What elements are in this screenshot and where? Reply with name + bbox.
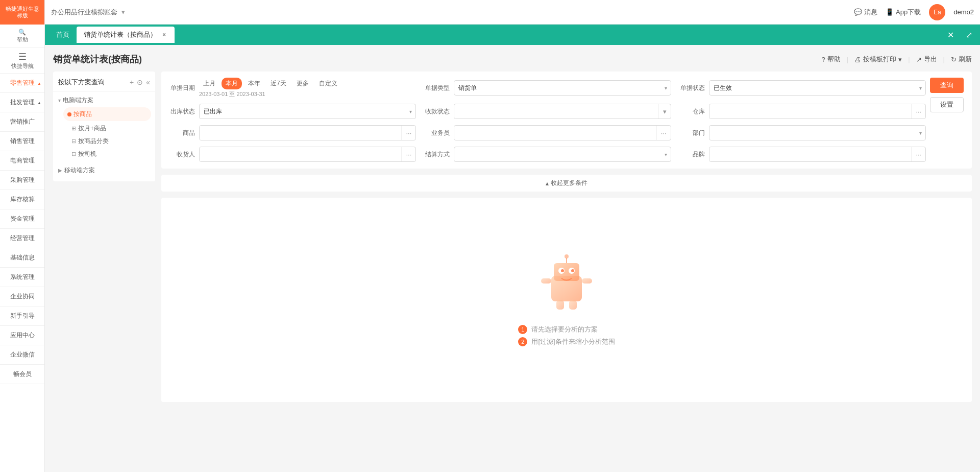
avatar[interactable]: Ea — [929, 4, 945, 20]
message-button[interactable]: 💬 消息 — [854, 8, 877, 17]
refresh-label: 刷新 — [959, 55, 972, 64]
window-maximize-button[interactable]: ⤢ — [962, 28, 976, 42]
sidebar-item-system[interactable]: 系统管理 — [0, 268, 44, 287]
sidebar-item-wechat[interactable]: 企业微信 — [0, 345, 44, 365]
sidebar-search[interactable]: 🔍 帮助 — [0, 25, 44, 48]
apps-label: 应用中心 — [10, 331, 35, 340]
print-button[interactable]: 🖨 按模板打印 ▾ — [854, 55, 902, 64]
search-icon: 🔍 — [3, 29, 41, 36]
mobile-group-arrow: ▶ — [58, 168, 62, 173]
sidebar-item-members[interactable]: 畅会员 — [0, 365, 44, 384]
refresh-button[interactable]: ↻ 刷新 — [951, 55, 972, 64]
date-tab-thismonth[interactable]: 本月 — [222, 78, 242, 89]
department-select[interactable] — [709, 125, 926, 140]
sidebar-item-newbie[interactable]: 新手引导 — [0, 306, 44, 326]
sidebar-item-retail[interactable]: 零售管理 — [0, 74, 44, 93]
filter-staff: 业务员 ··· — [424, 125, 671, 141]
scheme-item-by-goods[interactable]: 按商品 — [63, 107, 151, 121]
tab-home[interactable]: 首页 — [49, 27, 77, 43]
brand-label: 品牌 — [679, 150, 705, 159]
sidebar-item-operations[interactable]: 经营管理 — [0, 229, 44, 248]
scheme-mobile-group-header[interactable]: ▶ 移动端方案 — [57, 163, 151, 177]
marketing-label: 营销推广 — [10, 117, 35, 126]
receiver-control: ··· — [199, 147, 416, 162]
sidebar-item-inventory[interactable]: 库存核算 — [0, 190, 44, 209]
warehouse-control: ··· — [709, 104, 926, 119]
page-header: 销货单统计表(按商品) ? 帮助 | 🖨 按模板打印 ▾ | ↗ 导出 | — [53, 53, 972, 65]
message-label: 消息 — [864, 8, 877, 17]
finance-label: 资金管理 — [10, 215, 35, 223]
brand-dots[interactable]: ··· — [911, 147, 925, 161]
sub-item-label-2: 按商品分类 — [78, 137, 109, 146]
sidebar-item-enterprise[interactable]: 企业协同 — [0, 287, 44, 306]
logo-subtext: 标版 — [17, 12, 28, 19]
scheme-pc-group-header[interactable]: ▾ 电脑端方案 — [57, 95, 151, 106]
window-close-button[interactable]: ✕ — [943, 28, 958, 42]
tab-close-button[interactable]: × — [161, 31, 167, 38]
divider3: | — [943, 56, 945, 63]
scheme-collapse-button[interactable]: « — [146, 78, 150, 86]
doc-status-select[interactable]: 已生效 — [709, 80, 926, 96]
warehouse-input[interactable] — [709, 104, 912, 119]
receiver-dots[interactable]: ··· — [401, 147, 415, 161]
sidebar-item-marketing[interactable]: 营销推广 — [0, 112, 44, 132]
date-tab-7days[interactable]: 近7天 — [266, 78, 290, 89]
goods-dots[interactable]: ··· — [401, 126, 415, 140]
brand-input[interactable] — [709, 147, 912, 161]
empty-state: 1 请先选择要分析的方案 2 用[过滤]条件来缩小分析范围 — [161, 198, 972, 402]
basic-label: 基础信息 — [10, 253, 35, 262]
scheme-sub-item-driver[interactable]: ⊟ 按司机 — [63, 148, 151, 160]
collapse-up-icon: ▴ — [546, 180, 549, 187]
doc-type-label: 单据类型 — [424, 84, 450, 92]
scheme-sub-item-category[interactable]: ⊟ 按商品分类 — [63, 135, 151, 148]
warehouse-dots[interactable]: ··· — [911, 104, 925, 119]
receipt-status-input[interactable] — [454, 104, 658, 119]
receipt-status-dots[interactable]: ▾ — [658, 104, 671, 119]
svg-rect-6 — [541, 278, 551, 284]
sub-item-label-3: 按司机 — [78, 150, 96, 158]
sidebar-item-finance[interactable]: 资金管理 — [0, 209, 44, 229]
svg-point-11 — [565, 254, 569, 258]
out-status-select[interactable]: 已出库 — [199, 104, 416, 119]
staff-dots[interactable]: ··· — [656, 126, 671, 140]
topbar-right: 💬 消息 📱 App下载 Ea demo2 — [854, 4, 974, 20]
receiver-input[interactable] — [200, 147, 401, 161]
quick-nav[interactable]: ☰ 快捷导航 — [0, 48, 44, 74]
filter-goods: 商品 ··· — [169, 125, 416, 141]
sidebar-item-sales[interactable]: 销售管理 — [0, 132, 44, 151]
help-button[interactable]: ? 帮助 — [822, 55, 841, 64]
scheme-sub-item-month-goods[interactable]: ⊞ 按月+商品 — [63, 122, 151, 135]
date-tab-lastmonth[interactable]: 上月 — [199, 78, 219, 89]
sidebar-item-ecommerce[interactable]: 电商管理 — [0, 151, 44, 171]
tab-sales-stat[interactable]: 销货单统计表（按商品） × — [77, 27, 175, 43]
date-tab-custom[interactable]: 自定义 — [315, 78, 341, 89]
app-icon: 📱 — [886, 8, 894, 16]
date-tab-thisyear[interactable]: 本年 — [244, 78, 264, 89]
sidebar-item-purchase[interactable]: 采购管理 — [0, 171, 44, 190]
export-button[interactable]: ↗ 导出 — [916, 55, 937, 64]
date-tab-more[interactable]: 更多 — [292, 78, 313, 89]
scheme-edit-button[interactable]: ⊙ — [137, 78, 143, 86]
settlement-select[interactable] — [454, 147, 671, 162]
retail-label: 零售管理 — [10, 79, 35, 87]
out-status-control: 已出库 ▾ — [199, 104, 416, 119]
collapse-label: 收起更多条件 — [551, 179, 587, 187]
query-button[interactable]: 查询 — [930, 78, 964, 93]
collapse-bar[interactable]: ▴ 收起更多条件 — [161, 175, 972, 192]
staff-input[interactable] — [454, 126, 656, 140]
settings-button[interactable]: 设置 — [930, 97, 964, 112]
wholesale-label: 批发管理 — [10, 98, 35, 107]
sidebar-item-basic[interactable]: 基础信息 — [0, 248, 44, 268]
doc-type-select[interactable]: 销货单 — [454, 80, 671, 96]
username[interactable]: demo2 — [953, 8, 974, 16]
goods-input[interactable] — [200, 126, 401, 140]
system-label: 系统管理 — [10, 273, 35, 281]
pc-group-arrow: ▾ — [58, 98, 61, 103]
sidebar-item-wholesale[interactable]: 批发管理 — [0, 93, 44, 112]
scheme-mobile-section: ▶ 移动端方案 — [53, 163, 155, 177]
scheme-add-button[interactable]: + — [130, 78, 134, 86]
app-download-button[interactable]: 📱 App下载 — [886, 8, 921, 17]
industry-dropdown-icon[interactable]: ▾ — [121, 8, 125, 16]
print-icon: 🖨 — [854, 56, 861, 63]
sidebar-item-apps[interactable]: 应用中心 — [0, 326, 44, 345]
